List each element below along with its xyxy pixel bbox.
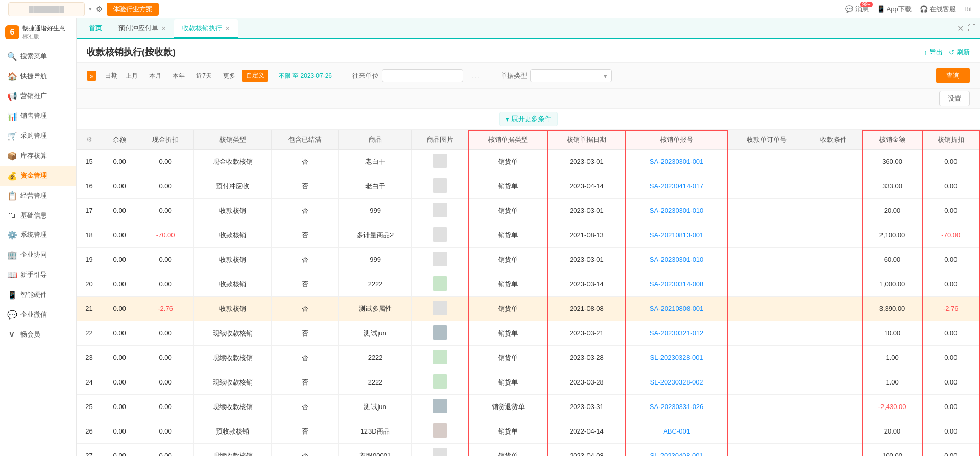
tab-receivable-close[interactable]: ✕ <box>225 25 230 32</box>
bill-no-link[interactable]: SA-20230301-010 <box>650 256 704 263</box>
online-service-item[interactable]: 🎧 在线客服 <box>920 5 957 14</box>
export-btn[interactable]: ↑ 导出 <box>924 47 943 57</box>
cell-writeoff-bill-no: ABC-001 <box>626 419 727 444</box>
industry-btn[interactable]: 体验行业方案 <box>107 3 159 16</box>
date-buttons: 上月 本月 本年 近7天 更多 自定义 <box>121 70 268 82</box>
bill-type-filter-group: 单据类型 ▾ <box>501 69 607 82</box>
sidebar-item-base-info[interactable]: 🗂 基础信息 <box>0 206 76 225</box>
last-month-btn[interactable]: 上月 <box>121 70 142 82</box>
main-table: ⚙ 余额 现金折扣 核销类型 包含已结清 商品 商品图片 核销单据类型 核销单据… <box>77 130 980 456</box>
user-area[interactable]: Rit <box>964 6 972 13</box>
sidebar-item-business[interactable]: 📋 经营管理 <box>0 186 76 206</box>
sidebar-item-system[interactable]: ⚙️ 系统管理 <box>0 225 76 245</box>
sidebar-item-enterprise[interactable]: 🏢 企业协同 <box>0 245 76 265</box>
settings-row: 设置 <box>77 89 980 109</box>
cell-writeoff-bill-date: 2021-08-13 <box>547 223 626 248</box>
bill-no-link[interactable]: SL-20230408-001 <box>650 452 703 456</box>
cell-write-off-type: 收款核销 <box>193 223 271 248</box>
sidebar-item-purchase[interactable]: 🛒 采购管理 <box>0 126 76 146</box>
cell-receipt-condition <box>805 419 863 444</box>
sidebar-item-capital[interactable]: 💰 资金管理 <box>0 166 76 186</box>
bill-no-link[interactable]: SL-20230328-001 <box>650 354 703 362</box>
cell-writeoff-bill-no: SA-20230331-026 <box>626 395 727 419</box>
top-bar-left: ████████ ▾ ⚙ 体验行业方案 <box>8 2 839 16</box>
bill-no-link[interactable]: SA-20210808-001 <box>650 305 704 313</box>
arrow-toggle[interactable]: » <box>87 71 96 81</box>
cell-no: 21 <box>77 297 102 321</box>
this-year-btn[interactable]: 本年 <box>168 70 189 82</box>
bill-type-select[interactable] <box>530 69 612 82</box>
cell-writeoff-amount: 10.00 <box>863 321 922 346</box>
cell-writeoff-discount: 0.00 <box>922 444 979 457</box>
cell-writeoff-bill-date: 2023-03-01 <box>547 248 626 272</box>
tab-home[interactable]: 首页 <box>81 19 110 38</box>
sidebar-item-guide[interactable]: 📖 新手引导 <box>0 265 76 285</box>
bill-no-link[interactable]: SA-20230314-008 <box>650 280 704 288</box>
orange-arrow[interactable]: » <box>87 71 96 81</box>
settings-btn[interactable]: 设置 <box>939 91 970 106</box>
cell-writeoff-bill-date: 2023-03-31 <box>547 395 626 419</box>
last-7days-btn[interactable]: 近7天 <box>191 70 216 82</box>
unit-filter-input[interactable] <box>382 69 463 82</box>
more-date-btn[interactable]: 更多 <box>218 70 240 82</box>
sidebar-item-sales[interactable]: 📊 销售管理 <box>0 106 76 126</box>
cell-writeoff-bill-no: SA-20230301-001 <box>626 150 727 174</box>
app-download-item[interactable]: 📱 App下载 <box>877 5 912 14</box>
search-icon: 🔍 <box>7 52 16 61</box>
cell-receipt-order-no <box>727 150 805 174</box>
bill-no-link[interactable]: SA-20230414-017 <box>650 182 704 190</box>
sidebar-item-hardware[interactable]: 📱 智能硬件 <box>0 285 76 305</box>
cell-writeoff-amount: 3,390.00 <box>863 297 922 321</box>
sidebar-item-label: 经营管理 <box>20 191 47 200</box>
sidebar-item-quick-nav[interactable]: 🏠 快捷导航 <box>0 66 76 86</box>
sidebar-item-wechat[interactable]: 💬 企业微信 <box>0 305 76 325</box>
sidebar-item-marketing[interactable]: 📢 营销推广 <box>0 86 76 106</box>
cell-writeoff-bill-date: 2023-04-14 <box>547 174 626 199</box>
messages-item[interactable]: 💬 消息 99+ <box>845 5 869 14</box>
th-settings[interactable]: ⚙ <box>77 130 102 150</box>
refresh-btn[interactable]: ↺ 刷新 <box>949 47 970 57</box>
inventory-icon: 📦 <box>7 151 16 161</box>
sidebar-item-search-menu[interactable]: 🔍 搜索菜单 <box>0 46 76 66</box>
bill-no-link[interactable]: SL-20230328-002 <box>650 378 703 386</box>
table-row: 26 0.00 0.00 预收款核销 否 123D商品 销货单 2022-04-… <box>77 419 979 444</box>
cell-receipt-order-no <box>727 174 805 199</box>
tab-receivable[interactable]: 收款核销执行 ✕ <box>174 19 238 38</box>
cell-write-off-type: 预收款核销 <box>193 419 271 444</box>
bill-no-link[interactable]: ABC-001 <box>663 427 690 435</box>
cell-receipt-condition <box>805 272 863 297</box>
bill-no-link[interactable]: SA-20230301-010 <box>650 207 704 214</box>
close-window-icon[interactable]: ✕ <box>957 23 964 33</box>
main-layout: 6 畅捷通谐好生意 标准版 🔍 搜索菜单 🏠 快捷导航 📢 营销推广 📊 销售管… <box>0 18 980 456</box>
tab-prepay-close[interactable]: ✕ <box>161 25 166 32</box>
cell-write-off-type: 收款核销 <box>193 199 271 223</box>
bill-no-link[interactable]: SA-20230331-026 <box>650 403 704 411</box>
cell-no: 25 <box>77 395 102 419</box>
sidebar-logo: 6 畅捷通谐好生意 标准版 <box>0 18 76 46</box>
sidebar-item-vip[interactable]: V 畅会员 <box>0 325 76 344</box>
this-month-btn[interactable]: 本月 <box>144 70 166 82</box>
tab-prepay[interactable]: 预付冲应付单 ✕ <box>110 19 174 38</box>
settings-gear-icon[interactable]: ⚙ <box>86 136 92 143</box>
cell-receipt-condition <box>805 150 863 174</box>
cell-writeoff-bill-date: 2023-04-08 <box>547 444 626 457</box>
page-header: 收款核销执行(按收款) ↑ 导出 ↺ 刷新 <box>77 39 980 63</box>
expand-more-btn[interactable]: ▾ 展开更多条件 <box>499 112 558 126</box>
bill-no-link[interactable]: SA-20210813-001 <box>650 231 704 239</box>
cell-cash-discount: -2.76 <box>137 297 194 321</box>
maximize-icon[interactable]: ⛶ <box>968 23 976 33</box>
gear-icon[interactable]: ⚙ <box>96 5 103 14</box>
cell-balance: 0.00 <box>102 199 137 223</box>
custom-date-btn[interactable]: 自定义 <box>242 70 268 82</box>
cell-write-off-type: 现续收款核销 <box>193 321 271 346</box>
bill-no-link[interactable]: SA-20230321-012 <box>650 329 704 337</box>
cell-writeoff-bill-no: SA-20230301-010 <box>626 199 727 223</box>
table-row: 18 0.00 -70.00 收款核销 否 多计量商品2 销货单 2021-08… <box>77 223 979 248</box>
cell-receipt-condition <box>805 321 863 346</box>
dropdown-icon[interactable]: ▾ <box>89 6 92 12</box>
query-btn[interactable]: 查询 <box>936 68 970 83</box>
page-actions: ↑ 导出 ↺ 刷新 <box>924 47 970 57</box>
bill-no-link[interactable]: SA-20230301-001 <box>650 158 704 165</box>
sidebar-item-inventory[interactable]: 📦 库存核算 <box>0 146 76 166</box>
marketing-icon: 📢 <box>7 91 16 101</box>
